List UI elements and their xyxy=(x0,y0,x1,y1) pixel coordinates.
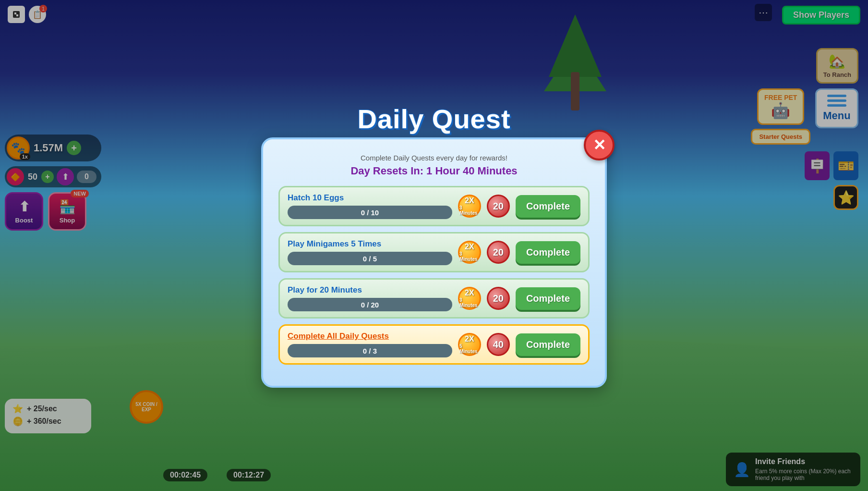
quest-4-reward-1: 2X 5 Minutes xyxy=(458,333,481,356)
reward-coin-icon: 2X 3 Minutes xyxy=(458,195,481,218)
modal-overlay: Daily Quest ✕ Complete Daily Quests ever… xyxy=(0,0,868,491)
quest-4-reward-2: 40 xyxy=(487,333,510,356)
quest-1-progress-text: 0 / 10 xyxy=(361,209,379,217)
quest-1-reward-1: 2X 3 Minutes xyxy=(458,195,481,218)
quest-2-reward-2: 20 xyxy=(487,241,510,264)
reward-coin-icon-2: 2X 3 Minutes xyxy=(458,241,481,264)
reward-coin-icon-4: 2X 5 Minutes xyxy=(458,333,481,356)
quest-item-3: Play for 20 Minutes 0 / 20 2X 3 Minutes … xyxy=(278,278,590,319)
reward-token-icon: 20 xyxy=(487,195,510,218)
quest-3-complete-button[interactable]: Complete xyxy=(516,287,580,310)
reward-coin-icon-3: 2X 3 Minutes xyxy=(458,287,481,310)
quest-2-progress-text: 0 / 5 xyxy=(363,255,377,263)
quest-2-reward-1: 2X 3 Minutes xyxy=(458,241,481,264)
quest-4-complete-button[interactable]: Complete xyxy=(516,333,580,356)
quest-1-progress-bar: 0 / 10 xyxy=(288,206,452,219)
quest-1-reward-2: 20 xyxy=(487,195,510,218)
quest-2-complete-button[interactable]: Complete xyxy=(516,241,580,264)
reward-token-icon-2: 20 xyxy=(487,241,510,264)
quest-2-progress-bar: 0 / 5 xyxy=(288,252,452,265)
quest-3-name: Play for 20 Minutes xyxy=(288,285,452,295)
close-modal-button[interactable]: ✕ xyxy=(584,130,615,160)
quest-3-reward-2: 20 xyxy=(487,287,510,310)
quest-2-name: Play Minigames 5 Times xyxy=(288,239,452,249)
quest-item-2: Play Minigames 5 Times 0 / 5 2X 3 Minute… xyxy=(278,232,590,272)
quest-1-name: Hatch 10 Eggs xyxy=(288,193,452,203)
modal-subtitle: Complete Daily Quests every day for rewa… xyxy=(278,154,590,162)
reward-token-icon-3: 20 xyxy=(487,287,510,310)
quest-4-progress-text: 0 / 3 xyxy=(363,347,377,355)
quest-3-progress-text: 0 / 20 xyxy=(361,301,379,309)
quest-1-complete-button[interactable]: Complete xyxy=(516,195,580,218)
modal-title: Daily Quest xyxy=(261,103,607,135)
reward-token-icon-4: 40 xyxy=(487,333,510,356)
quest-item-4: Complete All Daily Quests 0 / 3 2X 5 Min… xyxy=(278,324,590,365)
quest-3-progress-bar: 0 / 20 xyxy=(288,298,452,311)
quest-3-reward-1: 2X 3 Minutes xyxy=(458,287,481,310)
quest-4-name: Complete All Daily Quests xyxy=(288,331,452,341)
quest-item-1: Hatch 10 Eggs 0 / 10 2X 3 Minutes 20 Com… xyxy=(278,186,590,226)
quest-4-progress-bar: 0 / 3 xyxy=(288,344,452,357)
modal-timer: Day Resets In: 1 Hour 40 Minutes xyxy=(278,165,590,177)
daily-quest-modal: ✕ Complete Daily Quests every day for re… xyxy=(261,137,607,388)
